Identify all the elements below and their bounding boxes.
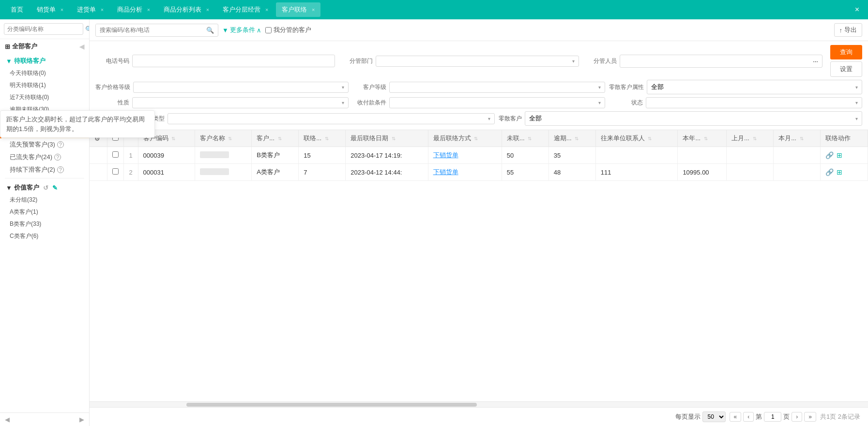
filter-customer-grade-select[interactable]: ▾ <box>389 82 606 93</box>
data-table: ⚙ 客户编码 ⇅ 客户名称 ⇅ <box>90 130 868 181</box>
filter-payment-select[interactable]: ▾ <box>389 97 606 108</box>
sidebar-item-today[interactable]: 今天待联络(0) <box>0 67 89 79</box>
query-button[interactable]: 查询 <box>830 45 862 59</box>
tooltip-box: 距客户上次交易时长，超过了此客户的平均交易周期的1.5倍，则视为异常。 <box>90 110 155 138</box>
last-page-button[interactable]: » <box>804 412 816 422</box>
sidebar-item-tomorrow[interactable]: 明天待联络(1) <box>0 79 89 91</box>
nav-tab-goods-analysis[interactable]: 商品分析 × <box>111 2 156 17</box>
filter-price-grade-select[interactable]: ▾ <box>133 82 349 93</box>
filter-customer-type: 客户类型 ▾ <box>131 113 494 124</box>
close-customer-contact-tab-icon[interactable]: × <box>312 7 315 13</box>
sidebar-item-ungroup[interactable]: 未分组(32) <box>0 194 89 206</box>
table-header-contact[interactable]: 联络... ⇅ <box>299 130 346 147</box>
nav-tab-customer-contact[interactable]: 客户联络 × <box>276 2 320 17</box>
sidebar-item-class-c[interactable]: C类客户(6) <box>0 230 89 242</box>
sidebar-left-arrow[interactable]: ◀ <box>5 416 10 423</box>
horizontal-scrollbar[interactable] <box>90 401 868 407</box>
row2-link-icon[interactable]: 🔗 <box>825 168 834 176</box>
filter-retail-attr-select[interactable]: 全部 ▾ <box>647 80 862 94</box>
sidebar-item-class-a[interactable]: A类客户(1) <box>0 206 89 218</box>
next-page-button[interactable]: › <box>792 412 802 422</box>
row1-link-icon[interactable]: 🔗 <box>825 151 834 159</box>
value-refresh-icon[interactable]: ↺ <box>43 184 48 191</box>
row2-code: 000031 <box>138 164 195 181</box>
sidebar-search-input[interactable] <box>4 23 83 35</box>
row1-settings-icon[interactable]: ⊞ <box>837 151 842 159</box>
sidebar-item-7days[interactable]: 近7天待联络(0) <box>0 91 89 103</box>
close-goods-list-tab-icon[interactable]: × <box>206 7 209 13</box>
row1-method-link[interactable]: 下销货单 <box>433 151 458 159</box>
top-navigation: 首页 销货单 × 进货单 × 商品分析 × 商品分析列表 × 客户分层经营 × … <box>0 0 868 19</box>
filter-customer-type-select[interactable]: ▾ <box>168 113 494 124</box>
row2-checkbox[interactable] <box>112 168 119 175</box>
settings-button[interactable]: 设置 <box>830 61 862 77</box>
table-header-category[interactable]: 客户... ⇅ <box>252 130 299 147</box>
search-input[interactable] <box>96 24 202 36</box>
table-header-last-contact-date[interactable]: 最后联络日期 ⇅ <box>346 130 428 147</box>
horizontal-scrollbar-thumb[interactable] <box>186 403 477 407</box>
filter-dept-select[interactable]: ▾ <box>376 56 579 67</box>
sidebar-all-customers[interactable]: ⊞ 全部客户 ◀ <box>0 39 89 54</box>
declining-help-icon[interactable]: ? <box>57 166 64 173</box>
first-page-button[interactable]: « <box>730 412 742 422</box>
filter-action-buttons: 查询 设置 <box>830 45 862 77</box>
export-button[interactable]: ↑ 导出 <box>834 23 863 37</box>
nav-tab-home[interactable]: 首页 <box>5 2 29 17</box>
filter-status-select[interactable]: ▾ <box>646 97 862 108</box>
per-page-select[interactable]: 50 <box>702 411 726 422</box>
close-sales-tab-icon[interactable]: × <box>61 7 63 13</box>
search-button[interactable]: 🔍 <box>202 24 218 36</box>
sidebar-collapse-icon[interactable]: ◀ <box>79 43 84 50</box>
already-lost-help-icon[interactable]: ? <box>54 154 61 161</box>
page-number-input[interactable] <box>764 412 781 422</box>
filter-status: 状态 ▾ <box>609 97 862 108</box>
filter-gender: 性质 ▾ <box>95 97 349 108</box>
sidebar-value-title[interactable]: ▼ 价值客户 ↺ ✎ <box>0 181 89 194</box>
row1-last-method: 下销货单 <box>428 147 502 164</box>
filter-manager-select[interactable]: ··· <box>620 55 822 68</box>
value-edit-icon[interactable]: ✎ <box>52 184 58 191</box>
sidebar-item-declining[interactable]: 持续下滑客户(2) ? <box>0 163 89 176</box>
lost-warning-help-icon[interactable]: ? <box>57 141 64 148</box>
filter-status-label: 状态 <box>609 99 643 107</box>
table-header-last-contact-method[interactable]: 最后联络方式 ⇅ <box>428 130 502 147</box>
row2-contact: 7 <box>299 164 346 181</box>
category-sort-icon: ⇅ <box>278 136 282 141</box>
close-all-tabs-button[interactable]: × <box>851 3 863 16</box>
my-customers-checkbox[interactable] <box>265 27 272 33</box>
nav-tab-customer-segment[interactable]: 客户分层经营 × <box>217 2 274 17</box>
row1-checkbox[interactable] <box>112 151 119 158</box>
more-conditions-button[interactable]: ▼ 更多条件 ∧ <box>222 26 261 34</box>
retail-attr-chevron-icon: ▾ <box>855 85 858 90</box>
filter-retail-customer-select[interactable]: 全部 ▾ <box>525 111 862 126</box>
nav-tab-purchase[interactable]: 进货单 × <box>71 2 109 17</box>
dept-chevron-icon: ▾ <box>572 59 575 64</box>
table-header-overdue[interactable]: 逾期... ⇅ <box>548 130 595 147</box>
sidebar-item-already-lost[interactable]: 已流失客户(24) ? <box>0 151 89 163</box>
table-header-unreached[interactable]: 未联... ⇅ <box>502 130 548 147</box>
row1-checkbox-cell <box>107 147 123 164</box>
table-header-unit-contact[interactable]: 往来单位联系人 ⇅ <box>595 130 678 147</box>
table-header-name[interactable]: 客户名称 ⇅ <box>195 130 251 147</box>
sidebar-item-lost-warning[interactable]: 流失预警客户(3) ? <box>0 138 89 151</box>
row1-contact: 15 <box>299 147 346 164</box>
customer-type-chevron-icon: ▾ <box>488 116 490 121</box>
sidebar-search-icon[interactable]: 🔍 <box>85 26 90 33</box>
row2-method-link[interactable]: 下销货单 <box>433 168 458 176</box>
filter-gender-select[interactable]: ▾ <box>132 97 349 108</box>
filter-phone-input[interactable] <box>132 55 335 67</box>
row2-settings-icon[interactable]: ⊞ <box>837 168 842 176</box>
row2-unit-contact: 111 <box>595 164 678 181</box>
nav-tab-goods-list[interactable]: 商品分析列表 × <box>158 2 215 17</box>
table-header-this-month[interactable]: 本月... ⇅ <box>774 130 821 147</box>
table-header-this-year[interactable]: 本年... ⇅ <box>678 130 727 147</box>
close-customer-segment-tab-icon[interactable]: × <box>265 7 268 13</box>
table-header-last-month[interactable]: 上月... ⇅ <box>727 130 774 147</box>
sidebar-pending-title[interactable]: ▼ 待联络客户 <box>0 55 89 67</box>
close-purchase-tab-icon[interactable]: × <box>101 7 104 13</box>
close-goods-analysis-tab-icon[interactable]: × <box>147 7 150 13</box>
sidebar-item-class-b[interactable]: B类客户(33) <box>0 218 89 230</box>
nav-tab-sales[interactable]: 销货单 × <box>31 2 69 17</box>
sidebar-right-arrow[interactable]: ▶ <box>79 416 84 423</box>
prev-page-button[interactable]: ‹ <box>743 412 754 422</box>
